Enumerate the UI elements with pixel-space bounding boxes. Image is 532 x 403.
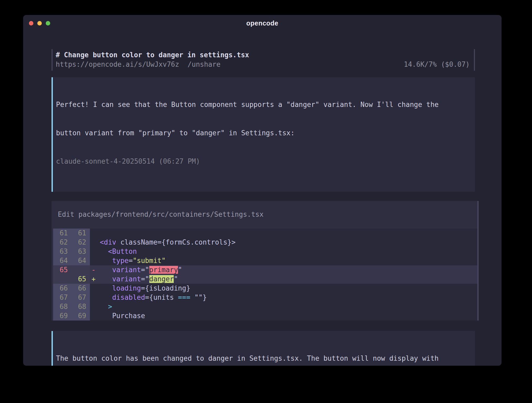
diff-code-line: type="submit" (96, 256, 477, 265)
diff-code-line: variant="danger" (96, 275, 477, 284)
diff-marker (91, 293, 96, 302)
edit-tool-card: Edit packages/frontend/src/containers/Se… (52, 201, 479, 321)
diff-row: 6464 type="submit" (53, 256, 477, 265)
old-line-number: 64 (53, 256, 71, 265)
diff-code-line: <Button (96, 247, 477, 256)
old-line-number: 65 (53, 265, 71, 275)
diff-row: 6666 loading={isLoading} (53, 284, 477, 293)
message-model-timestamp: claude-sonnet-4-20250514 (06:27 PM) (56, 157, 475, 166)
old-line-number: 62 (53, 238, 71, 247)
old-line-number: 69 (53, 311, 71, 321)
old-line-number: 61 (53, 229, 71, 238)
diff-marker (91, 284, 96, 293)
unshare-command[interactable]: /unshare (188, 60, 221, 69)
diff-code-line: > (96, 302, 477, 311)
diff-code-line: disabled={units === ""} (96, 293, 477, 302)
old-line-number: 63 (53, 247, 71, 256)
diff-row: 6868 > (53, 302, 477, 311)
session-title: # Change button color to danger in setti… (56, 50, 470, 60)
new-line-number: 63 (71, 247, 90, 256)
session-header: # Change button color to danger in setti… (52, 49, 475, 71)
diff-code-line: loading={isLoading} (96, 284, 477, 293)
old-line-number: 68 (53, 302, 71, 311)
diff-marker: - (91, 265, 96, 275)
diff-code-line (96, 229, 477, 238)
diff-row: 6262 <div className={formCs.controls}> (53, 238, 477, 247)
old-line-number: 66 (53, 284, 71, 293)
new-line-number: 66 (71, 284, 90, 293)
token-usage-cost: 14.6K/7% ($0.07) (404, 60, 470, 69)
diff-row: 65- variant="primary" (53, 265, 477, 275)
diff-marker: + (91, 275, 96, 284)
diff-view: 6161 6262 <div className={formCs.control… (53, 229, 477, 321)
diff-row: 6969 Purchase (53, 311, 477, 321)
diff-row: 6363 <Button (53, 247, 477, 256)
share-url-link[interactable]: https://opencode.ai/s/UwJxv76z (56, 60, 179, 69)
assistant-message: Perfect! I can see that the Button compo… (52, 77, 475, 192)
opencode-window: opencode # Change button color to danger… (23, 15, 502, 366)
session-subtitle-row: https://opencode.ai/s/UwJxv76z /unshare … (56, 60, 470, 69)
window-title: opencode (23, 19, 502, 27)
diff-marker (91, 311, 96, 321)
new-line-number: 64 (71, 256, 90, 265)
diff-marker (91, 256, 96, 265)
diff-row: 6767 disabled={units === ""} (53, 293, 477, 302)
message-text-line: Perfect! I can see that the Button compo… (56, 100, 475, 109)
diff-code-line: variant="primary" (96, 265, 477, 275)
diff-marker (91, 247, 96, 256)
new-line-number: 67 (71, 293, 90, 302)
diff-code-line: Purchase (96, 311, 477, 321)
diff-code-line: <div className={formCs.controls}> (96, 238, 477, 247)
message-text-line: button variant from "primary" to "danger… (56, 128, 475, 138)
message-text-line: The button color has been changed to dan… (56, 354, 475, 363)
old-line-number: 67 (53, 293, 71, 302)
new-line-number: 68 (71, 302, 90, 311)
titlebar: opencode (23, 15, 502, 31)
new-line-number: 62 (71, 238, 90, 247)
new-line-number: 61 (71, 229, 90, 238)
diff-row: 65+ variant="danger" (53, 275, 477, 284)
session-content: # Change button color to danger in setti… (23, 31, 502, 366)
diff-marker (91, 238, 96, 247)
old-line-number (53, 275, 71, 284)
new-line-number: 65 (71, 275, 90, 284)
diff-marker (91, 302, 96, 311)
assistant-message: The button color has been changed to dan… (52, 331, 475, 366)
diff-marker (91, 229, 96, 238)
new-line-number: 69 (71, 311, 90, 321)
edit-tool-header: Edit packages/frontend/src/containers/Se… (53, 210, 477, 219)
new-line-number (71, 265, 90, 275)
diff-row: 6161 (53, 229, 477, 238)
